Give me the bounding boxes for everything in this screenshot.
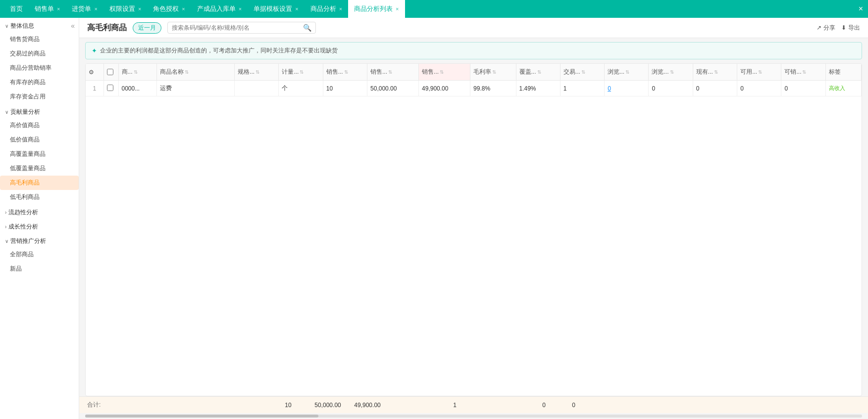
sort-icon: ⇅	[134, 69, 138, 75]
sidebar-item-high-value[interactable]: 高价值商品	[0, 118, 79, 133]
search-input[interactable]	[172, 24, 301, 31]
col-views2[interactable]: 浏览...⇅	[649, 64, 693, 81]
sidebar-item-sales-assist-rate[interactable]: 商品分营助销率	[0, 61, 79, 75]
row-name: 运费	[157, 81, 235, 96]
row-views2: 0	[649, 81, 693, 96]
sidebar-item-stock-capital[interactable]: 库存资金占用	[0, 90, 79, 104]
content-area: 高毛利商品 近一月 🔍 ↗ 分享 ⬇ 导出 ✦ 企业的主要的利润都是这部分商品创…	[79, 18, 868, 419]
sidebar-item-low-margin[interactable]: 低毛利商品	[0, 190, 79, 204]
nav-template-settings[interactable]: 单据模板设置 ×	[248, 0, 304, 18]
nav-permissions-close[interactable]: ×	[138, 6, 141, 12]
search-box: 🔍	[167, 22, 316, 34]
share-button[interactable]: ↗ 分享	[817, 24, 835, 32]
data-table: ⚙ 商...⇅ 商品名称⇅ 规格...⇅	[85, 63, 862, 396]
sidebar-section-marketing[interactable]: ∨ 营销推广分析	[0, 233, 79, 247]
sort-icon-7: ⇅	[440, 69, 444, 75]
nav-template-settings-close[interactable]: ×	[295, 6, 298, 12]
row-views1[interactable]: 0	[605, 81, 649, 96]
col-coverage[interactable]: 覆盖...⇅	[516, 64, 560, 81]
col-sellable-stock[interactable]: 可销...⇅	[781, 64, 825, 81]
nav-purchase[interactable]: 进货单 ×	[66, 0, 103, 18]
nav-product-analysis-close[interactable]: ×	[339, 6, 342, 12]
close-all-tabs[interactable]: ×	[859, 4, 863, 13]
col-unit[interactable]: 计量...⇅	[279, 64, 323, 81]
filter-recent-month-button[interactable]: 近一月	[133, 22, 161, 34]
total-spacer-3	[143, 402, 173, 409]
nav-product-analysis-list-close[interactable]: ×	[396, 6, 399, 12]
row-available-stock: 0	[737, 81, 781, 96]
sidebar-item-low-coverage[interactable]: 低覆盖量商品	[0, 161, 79, 176]
nav-home[interactable]: 首页	[4, 0, 29, 18]
col-gross-rate[interactable]: 毛利率⇅	[470, 64, 516, 81]
total-transactions: 1	[450, 402, 480, 409]
table-header-row: ⚙ 商...⇅ 商品名称⇅ 规格...⇅	[86, 64, 862, 81]
nav-roles[interactable]: 角色授权 ×	[147, 0, 191, 18]
sort-icon-15: ⇅	[802, 69, 806, 75]
total-spacer-4	[173, 402, 222, 409]
sidebar-item-new-goods[interactable]: 新品	[0, 262, 79, 276]
sidebar-item-low-value[interactable]: 低价值商品	[0, 133, 79, 147]
nav-purchase-close[interactable]: ×	[94, 6, 97, 12]
col-available-stock[interactable]: 可用...⇅	[737, 64, 781, 81]
row-tag: 高收入	[825, 81, 861, 96]
content-header: 高毛利商品 近一月 🔍 ↗ 分享 ⬇ 导出	[79, 18, 868, 38]
export-button[interactable]: ⬇ 导出	[841, 24, 860, 32]
total-spacer-10	[510, 402, 539, 409]
col-current-stock[interactable]: 现有...⇅	[693, 64, 737, 81]
nav-product-inbound-close[interactable]: ×	[239, 6, 242, 12]
col-tag: 标签	[825, 64, 861, 81]
nav-permissions[interactable]: 权限设置 ×	[103, 0, 147, 18]
sort-icon-6: ⇅	[388, 69, 392, 75]
sidebar-section-growth[interactable]: › 成长性分析	[0, 219, 79, 233]
select-all-checkbox[interactable]	[107, 69, 113, 75]
col-settings[interactable]: ⚙	[86, 64, 103, 81]
row-transactions: 1	[560, 81, 604, 96]
sidebar-item-in-stock[interactable]: 有库存的商品	[0, 75, 79, 90]
header-actions: ↗ 分享 ⬇ 导出	[817, 24, 860, 32]
col-sales-qty[interactable]: 销售...⇅	[323, 64, 367, 81]
col-sales-amount[interactable]: 销售...⇅	[367, 64, 419, 81]
col-product-name[interactable]: 商品名称⇅	[157, 64, 235, 81]
col-sales-profit[interactable]: 销售...⇅	[419, 64, 470, 81]
sidebar-section-trend[interactable]: › 流趋性分析	[0, 204, 79, 219]
main-layout: « ∨ 整体信息 销售货商品 交易过的商品 商品分营助销率 有库存的商品 库存资…	[0, 18, 868, 419]
nav-product-analysis[interactable]: 商品分析 ×	[305, 0, 348, 18]
col-spec[interactable]: 规格...⇅	[235, 64, 279, 81]
sidebar-item-all-goods[interactable]: 全部商品	[0, 247, 79, 262]
sidebar-section-contribution[interactable]: ∨ 贡献量分析	[0, 104, 79, 118]
sort-icon-12: ⇅	[670, 69, 674, 75]
col-checkbox[interactable]	[103, 64, 118, 81]
total-current-stock: 0	[539, 402, 569, 409]
nav-roles-close[interactable]: ×	[182, 6, 185, 12]
col-views1[interactable]: 浏览...⇅	[605, 64, 649, 81]
sidebar-item-traded-goods[interactable]: 交易过的商品	[0, 47, 79, 61]
row-checkbox[interactable]	[103, 81, 118, 96]
horizontal-scrollbar[interactable]	[79, 413, 868, 419]
search-icon[interactable]: 🔍	[303, 24, 311, 32]
sidebar-section-overall[interactable]: ∨ 整体信息	[0, 18, 79, 32]
export-icon: ⬇	[841, 24, 846, 31]
sidebar-item-high-margin[interactable]: 高毛利商品	[0, 176, 79, 190]
total-sales-qty: 10	[282, 402, 311, 409]
row-gross-rate: 99.8%	[470, 81, 516, 96]
sidebar-collapse-btn[interactable]: «	[71, 22, 75, 30]
total-spacer-8	[420, 402, 450, 409]
row-current-stock: 0	[693, 81, 737, 96]
footer-total: 合计: 10 50,000.00 49,900.00 1 0 0	[79, 396, 868, 413]
col-code[interactable]: 商...⇅	[118, 64, 157, 81]
sidebar-item-sales-goods[interactable]: 销售货商品	[0, 32, 79, 47]
arrow-icon-4: ›	[5, 224, 6, 230]
nav-product-inbound[interactable]: 产成品入库单 ×	[191, 0, 248, 18]
top-navigation: 首页 销售单 × 进货单 × 权限设置 × 角色授权 × 产成品入库单 × 单据…	[0, 0, 868, 18]
sort-icon-11: ⇅	[625, 69, 629, 75]
row-code: 0000...	[118, 81, 157, 96]
nav-sales[interactable]: 销售单 ×	[29, 0, 66, 18]
sort-icon-4: ⇅	[300, 69, 304, 75]
scroll-thumb[interactable]	[85, 415, 318, 418]
nav-sales-close[interactable]: ×	[57, 6, 60, 12]
total-cells: 10 50,000.00 49,900.00 1 0 0	[110, 402, 599, 409]
row-sales-amount: 50,000.00	[367, 81, 419, 96]
nav-product-analysis-list[interactable]: 商品分析列表 ×	[348, 0, 405, 18]
sidebar-item-high-coverage[interactable]: 高覆盖量商品	[0, 147, 79, 161]
col-transactions[interactable]: 交易...⇅	[560, 64, 604, 81]
